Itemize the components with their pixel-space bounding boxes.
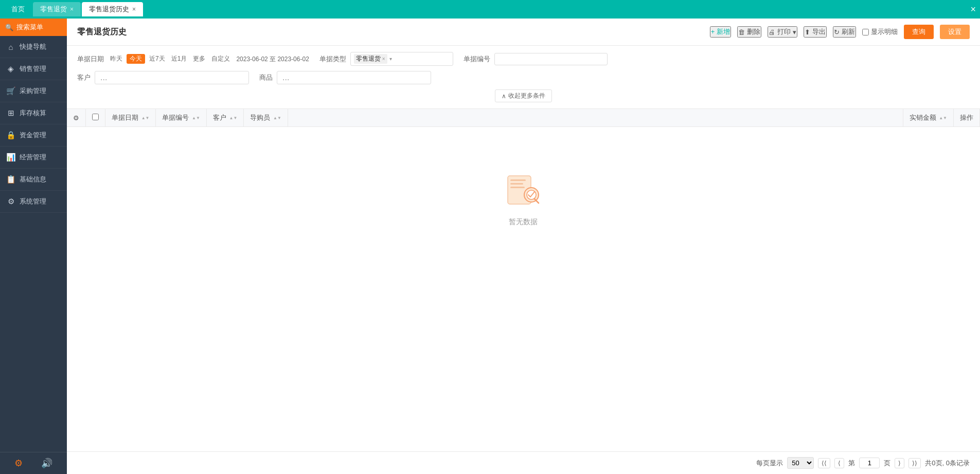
table-area: ⚙ 单据日期 ▲▼ 单据编号 ▲▼ 客户	[67, 109, 980, 451]
pagination-bar: 每页显示 50 100 200 ⟨⟨ ⟨ 第 页 ⟩ ⟩⟩ 共0页, 0条记录	[67, 451, 980, 474]
last-page-button[interactable]: ⟩⟩	[908, 458, 921, 468]
page-label: 第	[848, 459, 855, 468]
export-button[interactable]: ⬆ 导出	[804, 26, 827, 38]
show-detail-checkbox[interactable]	[862, 29, 869, 35]
home-icon: ⌂	[6, 42, 15, 51]
filter-row-1: 单据日期 昨天 今天 近7天 近1月 更多 自定义 2023-06-02 至 2…	[77, 52, 970, 66]
print-button[interactable]: 🖨 打印 ▾	[768, 26, 797, 38]
bill-type-input[interactable]: 零售退货 × ▾	[350, 52, 453, 66]
sidebar-item-basic-info[interactable]: 📋 基础信息	[0, 169, 67, 191]
prev-page-button[interactable]: ⟨	[834, 458, 844, 468]
sidebar-item-sales-mgmt[interactable]: ◈ 销售管理	[0, 58, 67, 80]
tab-retail-return-history-close[interactable]: ×	[132, 6, 136, 13]
page-title: 零售退货历史	[77, 27, 710, 38]
first-page-button[interactable]: ⟨⟨	[818, 458, 830, 468]
guide-sort[interactable]: ▲▼	[273, 116, 281, 120]
page-input[interactable]	[859, 458, 880, 468]
th-bill-date[interactable]: 单据日期 ▲▼	[105, 109, 156, 127]
sidebar-item-quick-nav[interactable]: ⌂ 快捷导航	[0, 36, 67, 58]
sidebar-item-operation[interactable]: 📊 经营管理	[0, 147, 67, 169]
empty-text: 暂无数据	[509, 217, 538, 227]
sidebar-item-inventory[interactable]: ⊞ 库存核算	[0, 102, 67, 124]
goods-filter-group: 商品 ...	[259, 71, 431, 84]
show-detail-checkbox-label[interactable]: 显示明细	[862, 27, 898, 37]
delete-label: 删除	[747, 27, 760, 37]
refresh-label: 刷新	[842, 27, 855, 37]
bill-type-tag-close[interactable]: ×	[382, 56, 385, 62]
bill-type-label: 单据类型	[319, 54, 346, 64]
delete-button[interactable]: 🗑 删除	[737, 26, 761, 38]
customer-filter-group: 客户 ...	[77, 71, 249, 84]
th-amount[interactable]: 实销金额 ▲▼	[903, 109, 953, 127]
empty-state: 暂无数据	[67, 127, 980, 268]
bill-type-filter-group: 单据类型 零售退货 × ▾	[319, 52, 453, 66]
sidebar-item-system-label: 系统管理	[20, 197, 46, 206]
bottom-settings-icon[interactable]: ⚙	[14, 458, 23, 469]
date-opt-yesterday[interactable]: 昨天	[108, 54, 124, 64]
customer-label: 客户	[77, 73, 91, 82]
tab-retail-return-history[interactable]: 零售退货历史 ×	[82, 2, 143, 16]
tab-bar-close[interactable]: ×	[970, 4, 976, 15]
collapse-row: ∧ 收起更多条件	[77, 89, 970, 102]
th-bill-no[interactable]: 单据编号 ▲▼	[156, 109, 206, 127]
sidebar-item-operation-label: 经营管理	[20, 153, 46, 162]
th-guide[interactable]: 导购员 ▲▼	[244, 109, 288, 127]
date-opt-1month[interactable]: 近1月	[169, 54, 189, 64]
data-table: ⚙ 单据日期 ▲▼ 单据编号 ▲▼ 客户	[67, 109, 980, 268]
sidebar-item-purchase-mgmt[interactable]: 🛒 采购管理	[0, 80, 67, 102]
sidebar-item-system-mgmt[interactable]: ⚙ 系统管理	[0, 191, 67, 213]
goods-ellipsis: ...	[280, 73, 291, 82]
date-opt-custom[interactable]: 自定义	[209, 54, 232, 64]
bill-no-filter-group: 单据编号	[464, 53, 608, 65]
finance-icon: 🔒	[6, 131, 15, 140]
bill-date-sort[interactable]: ▲▼	[141, 116, 150, 120]
sidebar-item-quick-nav-label: 快捷导航	[20, 42, 46, 51]
date-opt-today[interactable]: 今天	[127, 54, 145, 64]
customer-sort[interactable]: ▲▼	[229, 116, 238, 120]
tab-home[interactable]: 首页	[4, 2, 32, 16]
th-customer[interactable]: 客户 ▲▼	[206, 109, 243, 127]
query-button[interactable]: 查询	[904, 25, 934, 39]
date-label: 单据日期	[77, 54, 104, 64]
svg-rect-1	[510, 179, 526, 181]
next-page-button[interactable]: ⟩	[895, 458, 904, 468]
bill-type-tag: 零售退货 ×	[354, 54, 387, 64]
sidebar-item-inventory-label: 库存核算	[20, 108, 46, 118]
bill-type-tag-value: 零售退货	[356, 54, 381, 63]
new-button[interactable]: + 新增	[710, 26, 731, 38]
tab-retail-return[interactable]: 零售退货 ×	[33, 2, 81, 16]
sidebar-search[interactable]: 🔍 搜索菜单	[0, 19, 67, 36]
select-all-checkbox[interactable]	[92, 114, 99, 120]
sidebar-search-label: 搜索菜单	[16, 23, 43, 32]
system-icon: ⚙	[6, 197, 15, 206]
th-action: 操作	[954, 109, 980, 127]
refresh-icon: ↻	[834, 28, 840, 36]
svg-rect-2	[510, 183, 523, 185]
bill-no-input[interactable]	[494, 53, 608, 65]
th-settings[interactable]: ⚙	[67, 109, 86, 127]
svg-rect-3	[510, 187, 525, 188]
print-label: 打印	[777, 27, 791, 37]
date-opt-more[interactable]: 更多	[191, 54, 207, 64]
header-actions: + 新增 🗑 删除 🖨 打印 ▾ ⬆ 导出 ↻ 刷新	[710, 25, 970, 39]
date-options: 昨天 今天 近7天 近1月 更多 自定义	[108, 54, 232, 64]
sidebar: 🔍 搜索菜单 ⌂ 快捷导航 ◈ 销售管理 🛒 采购管理 ⊞ 库存核算 🔒 资	[0, 19, 67, 474]
goods-input[interactable]: ...	[277, 71, 431, 84]
th-spacer	[288, 109, 903, 127]
bottom-speaker-icon[interactable]: 🔊	[41, 458, 52, 469]
th-checkbox[interactable]	[86, 109, 105, 127]
refresh-button[interactable]: ↻ 刷新	[833, 26, 856, 38]
amount-sort[interactable]: ▲▼	[939, 116, 947, 120]
content-area: 零售退货历史 + 新增 🗑 删除 🖨 打印 ▾ ⬆ 导出 ↻	[67, 19, 980, 474]
sidebar-item-finance[interactable]: 🔒 资金管理	[0, 124, 67, 147]
page-size-label: 每页显示	[756, 459, 783, 468]
bill-no-sort[interactable]: ▲▼	[192, 116, 200, 120]
customer-input[interactable]: ...	[95, 71, 249, 84]
page-size-select[interactable]: 50 100 200	[787, 457, 814, 469]
date-opt-7days[interactable]: 近7天	[147, 54, 167, 64]
sidebar-nav: ⌂ 快捷导航 ◈ 销售管理 🛒 采购管理 ⊞ 库存核算 🔒 资金管理 📊 经营	[0, 36, 67, 452]
purchase-icon: 🛒	[6, 86, 15, 96]
tab-retail-return-close[interactable]: ×	[70, 6, 74, 13]
collapse-button[interactable]: ∧ 收起更多条件	[495, 89, 552, 102]
setting-button[interactable]: 设置	[940, 25, 970, 39]
